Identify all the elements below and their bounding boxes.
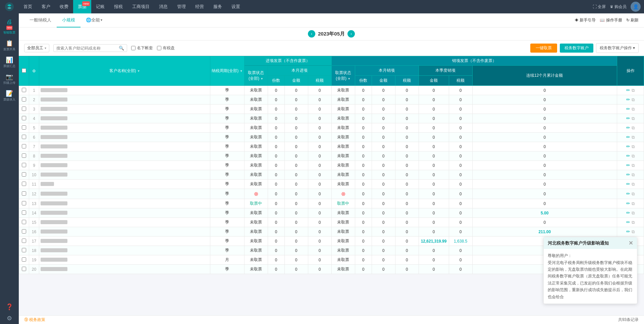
avatar[interactable]: 👤: [631, 2, 641, 12]
checkbox-subaccount[interactable]: 名下帐套: [131, 45, 153, 51]
sidebar-item-invoice-summary[interactable]: 📊 票据汇总: [0, 54, 19, 71]
edit-icon[interactable]: ✏: [626, 181, 630, 187]
taxdisk-checkbox[interactable]: [157, 46, 161, 50]
tab-small-scale[interactable]: 小规模: [57, 13, 80, 27]
sidebar-settings[interactable]: ⚙: [4, 313, 14, 324]
edit-icon[interactable]: ✏: [626, 106, 630, 112]
in-status-cell: 未取票: [244, 114, 268, 123]
nav-message[interactable]: 消息: [154, 0, 172, 13]
one-click-invoice-btn[interactable]: 一键取票: [530, 44, 557, 53]
copy-icon[interactable]: ⧉: [632, 220, 635, 225]
tax-digital-ops-btn[interactable]: 税务数字账户操作 ▾: [596, 43, 639, 53]
nav-business[interactable]: 工商项目: [127, 0, 154, 13]
row-checkbox[interactable]: [22, 210, 26, 215]
copy-icon[interactable]: ⧉: [632, 144, 635, 149]
edit-icon[interactable]: ✏: [626, 201, 630, 206]
copy-icon[interactable]: ⧉: [632, 182, 635, 187]
tax-policy-link[interactable]: ⑨ 税务政策: [24, 317, 45, 323]
copy-icon[interactable]: ⧉: [632, 229, 635, 234]
logo[interactable]: [3, 1, 15, 13]
edit-icon[interactable]: ✏: [626, 116, 630, 121]
edit-icon[interactable]: ✏: [626, 163, 630, 168]
edit-icon[interactable]: ✏: [626, 153, 630, 158]
fullscreen-btn[interactable]: ⛶ 全屏: [593, 4, 606, 10]
nav-customer[interactable]: 客户: [37, 0, 55, 13]
row-checkbox[interactable]: [22, 107, 26, 111]
copy-icon[interactable]: ⧉: [632, 125, 635, 130]
checkbox-taxdisk[interactable]: 有税盘: [157, 45, 175, 51]
copy-icon[interactable]: ⧉: [632, 116, 635, 121]
edit-icon[interactable]: ✏: [626, 87, 630, 93]
nav-accounting[interactable]: 记账: [91, 0, 109, 13]
edit-icon[interactable]: ✏: [626, 97, 630, 102]
row-checkbox[interactable]: [22, 125, 26, 130]
row-checkbox[interactable]: [22, 191, 26, 196]
edit-icon[interactable]: ✏: [626, 210, 630, 215]
sidebar-item-invoice-open[interactable]: 📋 发票开具: [0, 38, 19, 54]
sidebar-item-invoice-entry[interactable]: 📝 票据录入: [0, 88, 19, 105]
nav-service[interactable]: 服务: [209, 0, 227, 13]
row-checkbox[interactable]: [22, 153, 26, 158]
sidebar-item-scan-upload[interactable]: 📷 扫描上传: [0, 71, 19, 88]
row-checkbox[interactable]: [22, 163, 26, 167]
nav-home[interactable]: 首页: [19, 0, 37, 13]
row-checkbox[interactable]: [22, 172, 26, 177]
employee-select[interactable]: 全部员工 ▾: [24, 44, 49, 52]
new-guide-btn[interactable]: ◈ 新手引导: [575, 17, 596, 23]
row-checkbox[interactable]: [22, 220, 26, 224]
nav-manage[interactable]: 管理: [172, 0, 191, 13]
row-checkbox[interactable]: [22, 135, 26, 139]
copy-icon[interactable]: ⧉: [632, 153, 635, 158]
manual-btn[interactable]: 📖 操作手册: [600, 17, 622, 23]
row-checkbox[interactable]: [22, 239, 26, 243]
row-checkbox[interactable]: [22, 257, 26, 262]
nav-settings[interactable]: 设置: [227, 0, 245, 13]
row-checkbox[interactable]: [22, 88, 26, 92]
copy-icon[interactable]: ⧉: [632, 210, 635, 215]
copy-icon[interactable]: ⧉: [632, 107, 635, 112]
row-checkbox[interactable]: [22, 248, 26, 252]
prev-month-btn[interactable]: ‹: [308, 30, 315, 38]
row-checkbox[interactable]: [22, 116, 26, 120]
search-input[interactable]: [56, 46, 119, 51]
copy-icon[interactable]: ⧉: [632, 172, 635, 177]
nav-invoice[interactable]: 票据 new: [73, 0, 91, 13]
subaccount-checkbox[interactable]: [131, 46, 136, 50]
tab-general[interactable]: 一般纳税人: [24, 13, 57, 27]
row-checkbox[interactable]: [22, 267, 26, 271]
out-status-cell: 未取票: [331, 123, 355, 133]
next-month-btn[interactable]: ›: [347, 30, 355, 38]
notification-close-btn[interactable]: ✕: [629, 240, 633, 246]
nav-tax[interactable]: 报税: [109, 0, 127, 13]
sidebar-item-smart-invoice[interactable]: 🖨 new 智能取票: [0, 16, 19, 38]
row-checkbox[interactable]: [22, 201, 26, 205]
edit-icon[interactable]: ✏: [626, 191, 630, 196]
edit-icon[interactable]: ✏: [626, 144, 630, 149]
edit-icon[interactable]: ✏: [626, 134, 630, 140]
copy-icon[interactable]: ⧉: [632, 88, 635, 93]
row-checkbox[interactable]: [22, 229, 26, 234]
tax-digital-account-btn[interactable]: 税务数字账户: [560, 44, 593, 53]
tab-all[interactable]: 🌐 全能 ▾: [80, 13, 108, 27]
search-icon[interactable]: 🔍: [119, 46, 124, 51]
row-checkbox[interactable]: [22, 182, 26, 186]
sidebar-help[interactable]: ❓: [4, 301, 14, 313]
copy-icon[interactable]: ⧉: [632, 135, 635, 140]
row-checkbox[interactable]: [22, 97, 26, 102]
edit-icon[interactable]: ✏: [626, 172, 630, 177]
row-checkbox[interactable]: [22, 144, 26, 148]
copy-icon[interactable]: ⧉: [632, 201, 635, 206]
copy-icon[interactable]: ⧉: [632, 163, 635, 168]
edit-icon[interactable]: ✏: [626, 229, 630, 234]
nav-business2[interactable]: 经营: [191, 0, 209, 13]
edit-icon[interactable]: ✏: [626, 125, 630, 130]
select-all-checkbox[interactable]: [22, 68, 26, 73]
refresh-btn[interactable]: ↻ 刷新: [626, 17, 639, 23]
out-amount-cell: 0: [372, 255, 395, 265]
nav-fee[interactable]: 收费: [55, 0, 73, 13]
copy-icon[interactable]: ⧉: [632, 191, 635, 196]
out-status-not-fetched: 未取票: [337, 163, 349, 168]
edit-icon[interactable]: ✏: [626, 219, 630, 225]
member-btn[interactable]: ♛ 购会员: [610, 4, 627, 10]
copy-icon[interactable]: ⧉: [632, 97, 635, 102]
